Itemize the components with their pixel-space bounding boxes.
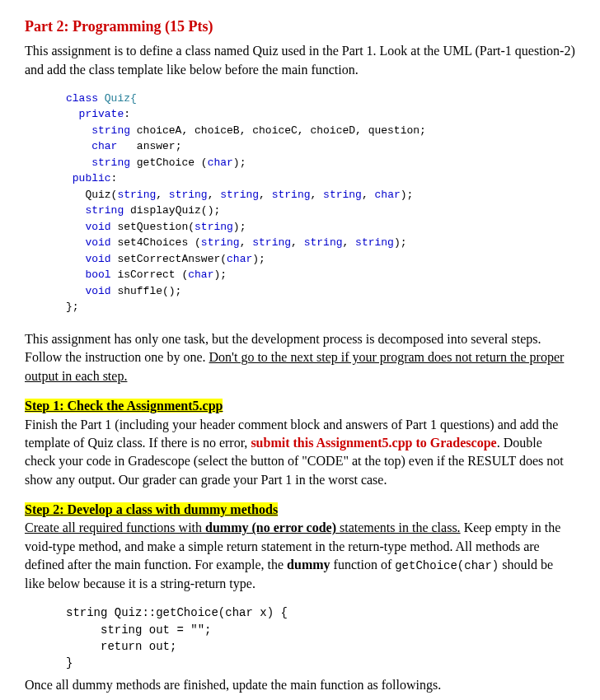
part-title: Part 2: Programming (15 Pts) bbox=[25, 16, 575, 37]
method-setquestion: setQuestion( bbox=[111, 221, 195, 233]
dummy-function-code: string Quiz::getChoice(char x) { string … bbox=[66, 604, 575, 671]
class-template-code: class Quiz{ private: string choiceA, cho… bbox=[66, 91, 575, 315]
decomposition-paragraph: This assignment has only one task, but t… bbox=[25, 330, 575, 385]
method-displayquiz: displayQuiz(); bbox=[124, 204, 220, 217]
keyword-public: public bbox=[66, 172, 111, 184]
keyword-void: void bbox=[66, 285, 111, 297]
method-shuffle: shuffle(); bbox=[111, 285, 182, 297]
dummy-word: dummy bbox=[287, 558, 330, 572]
keyword-string: string bbox=[66, 204, 124, 217]
keyword-string: string bbox=[66, 124, 130, 137]
step2-heading: Step 2: Develop a class with dummy metho… bbox=[25, 502, 278, 516]
dummy-bold: dummy (no error code) bbox=[205, 520, 336, 534]
keyword-void: void bbox=[66, 221, 111, 233]
keyword-bool: bool bbox=[66, 268, 111, 281]
method-setcorrectanswer: setCorrectAnswer( bbox=[111, 253, 227, 265]
intro-paragraph: This assignment is to define a class nam… bbox=[25, 42, 575, 79]
keyword-string: string bbox=[66, 156, 130, 169]
update-main-paragraph: Once all dummy methods are finished, upd… bbox=[25, 676, 575, 694]
step2-underline: Create all required functions with dummy… bbox=[25, 520, 461, 534]
method-getchoice: getChoice ( bbox=[130, 156, 208, 169]
member-vars: choiceA, choiceB, choiceC, choiceD, ques… bbox=[130, 124, 426, 137]
step1-submit-text: submit this Assignment5.cpp to Gradescop… bbox=[251, 436, 496, 450]
method-set4choices: set4Choices ( bbox=[111, 236, 201, 249]
keyword-char: char bbox=[66, 140, 117, 152]
step1-heading: Step 1: Check the Assignment5.cpp bbox=[25, 399, 223, 413]
constructor: Quiz( bbox=[66, 189, 117, 201]
keyword-private: private bbox=[66, 108, 124, 120]
keyword-void: void bbox=[66, 253, 111, 265]
keyword-char: char bbox=[208, 156, 233, 169]
keyword-class: class bbox=[66, 92, 98, 105]
class-name: Quiz{ bbox=[98, 92, 137, 105]
getchoice-inline: getChoice(char) bbox=[395, 559, 499, 572]
method-iscorrect: isCorrect ( bbox=[111, 268, 189, 281]
step1-section: Step 1: Check the Assignment5.cpp Finish… bbox=[25, 397, 575, 489]
class-close: }; bbox=[66, 301, 79, 313]
member-answer: answer; bbox=[117, 140, 181, 152]
keyword-void: void bbox=[66, 236, 111, 249]
step2-section: Step 2: Develop a class with dummy metho… bbox=[25, 501, 575, 593]
